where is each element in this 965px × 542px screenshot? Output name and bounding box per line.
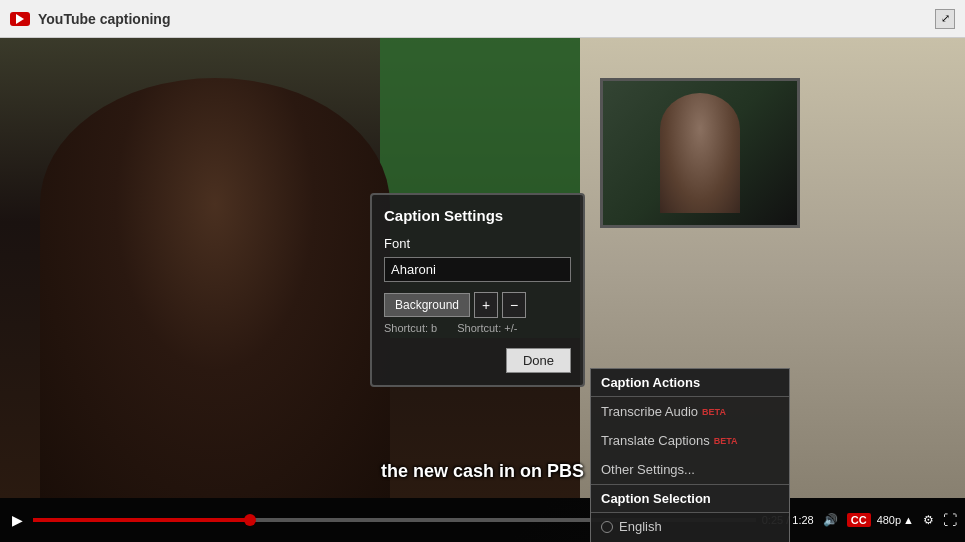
fullscreen-button[interactable]: ⛶ [943, 512, 957, 528]
other-settings-item[interactable]: Other Settings... [591, 455, 789, 484]
done-button[interactable]: Done [506, 348, 571, 373]
quality-arrow: ▲ [903, 514, 914, 526]
person-silhouette [40, 78, 390, 498]
shortcut-plusminus: Shortcut: +/- [457, 322, 517, 334]
youtube-logo [10, 12, 30, 26]
youtube-play-triangle [16, 14, 24, 24]
font-input[interactable] [384, 257, 571, 282]
monitor-person [660, 93, 740, 213]
controls-bar: ▶ 0:25 / 1:28 🔊 CC 480p ▲ ⚙ ⛶ [0, 498, 965, 542]
video-subtitle: the new cash in on PBS [381, 461, 584, 482]
cc-button[interactable]: CC [847, 513, 871, 527]
monitor-screen [600, 78, 800, 228]
monitor-inner [603, 81, 797, 225]
caption-actions-header: Caption Actions [591, 369, 789, 397]
window-title: YouTube captioning [38, 11, 927, 27]
caption-settings-title: Caption Settings [384, 207, 571, 224]
progress-thumb [244, 514, 256, 526]
play-button[interactable]: ▶ [8, 510, 27, 530]
translate-beta-badge: BETA [714, 436, 738, 446]
plus-button[interactable]: + [474, 292, 498, 318]
minus-button[interactable]: − [502, 292, 526, 318]
english-radio-circle [601, 521, 613, 533]
english-label: English [619, 519, 662, 534]
translate-captions-label: Translate Captions [601, 433, 710, 448]
done-row: Done [384, 348, 571, 373]
background-button[interactable]: Background [384, 293, 470, 317]
caption-actions-panel: Caption Actions Transcribe AudioBETA Tra… [590, 368, 790, 542]
settings-button[interactable]: ⚙ [920, 511, 937, 529]
transcribe-audio-item[interactable]: Transcribe AudioBETA [591, 397, 789, 426]
youtube-logo-icon [10, 12, 30, 26]
shortcut-row: Shortcut: b Shortcut: +/- [384, 322, 571, 334]
other-settings-label: Other Settings... [601, 462, 695, 477]
video-area: the new cash in on PBS Caption Settings … [0, 38, 965, 542]
background-controls: Background + − [384, 292, 571, 318]
quality-label: 480p [877, 514, 901, 526]
font-label: Font [384, 236, 571, 251]
caption-settings-panel: Caption Settings Font Background + − Sho… [370, 193, 585, 387]
transcribe-beta-badge: BETA [702, 407, 726, 417]
translate-captions-item[interactable]: Translate CaptionsBETA [591, 426, 789, 455]
transcribe-audio-label: Transcribe Audio [601, 404, 698, 419]
quality-button[interactable]: 480p ▲ [877, 514, 914, 526]
caption-selection-header: Caption Selection [591, 484, 789, 513]
expand-button[interactable]: ⤢ [935, 9, 955, 29]
title-bar: YouTube captioning ⤢ [0, 0, 965, 38]
progress-fill [33, 518, 250, 522]
english-radio-item[interactable]: English [591, 513, 789, 540]
volume-button[interactable]: 🔊 [820, 511, 841, 529]
shortcut-b: Shortcut: b [384, 322, 437, 334]
